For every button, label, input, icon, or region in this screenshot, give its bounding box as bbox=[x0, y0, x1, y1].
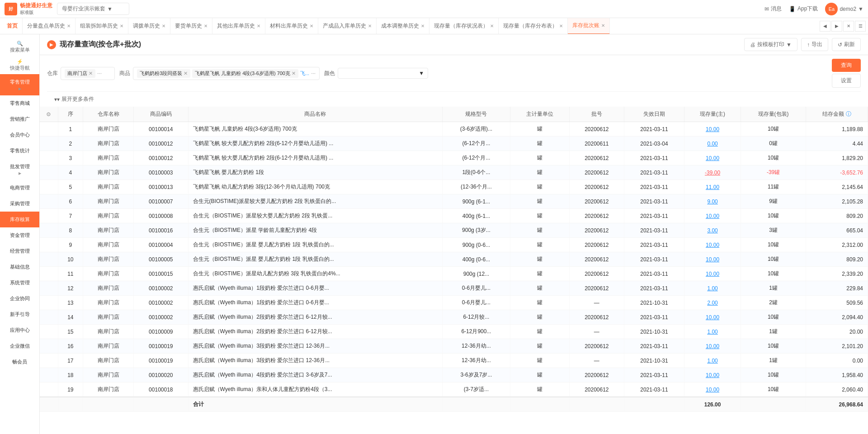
sidebar-item-member2[interactable]: 畅会员 bbox=[0, 354, 39, 370]
sidebar-item-wechat[interactable]: 企业微信 bbox=[0, 338, 39, 354]
close-tab-split[interactable]: ✕ bbox=[67, 24, 71, 28]
tab-prev-btn[interactable]: ◀ bbox=[820, 21, 830, 32]
close-tab-material-out[interactable]: ✕ bbox=[310, 24, 313, 28]
row-check[interactable] bbox=[40, 252, 58, 267]
sidebar-item-system[interactable]: 系统管理 bbox=[0, 275, 39, 291]
row-qty-main[interactable]: 10.00 bbox=[684, 339, 741, 354]
row-qty-main[interactable]: 10.00 bbox=[684, 267, 741, 281]
row-check[interactable] bbox=[40, 267, 58, 281]
tab-transfer[interactable]: 调拨单历史 ✕ bbox=[128, 18, 170, 34]
row-qty-main[interactable]: 10.00 bbox=[684, 151, 741, 165]
row-check[interactable] bbox=[40, 122, 58, 137]
row-check[interactable] bbox=[40, 368, 58, 382]
sidebar-item-marketing[interactable]: 营销推广 bbox=[0, 111, 39, 127]
row-qty-main[interactable]: 0.00 bbox=[684, 137, 741, 151]
print-btn[interactable]: 🖨 按模板打印 ▼ bbox=[744, 38, 797, 51]
product-1-remove-icon[interactable]: ✕ bbox=[184, 71, 188, 76]
row-check[interactable] bbox=[40, 194, 58, 209]
close-tab-transfer[interactable]: ✕ bbox=[162, 24, 165, 28]
sidebar-item-retail-stat[interactable]: 零售统计 bbox=[0, 143, 39, 159]
sidebar-item-wholesale[interactable]: 批发管理 ▶ bbox=[0, 159, 39, 180]
row-qty-main[interactable]: -39.00 bbox=[684, 165, 741, 180]
row-check[interactable] bbox=[40, 325, 58, 339]
col-header-gear[interactable]: ⚙ bbox=[40, 107, 58, 122]
close-tab-require[interactable]: ✕ bbox=[204, 24, 208, 28]
row-qty-main[interactable]: 1.00 bbox=[684, 281, 741, 296]
balance-info-icon[interactable]: ⓘ bbox=[846, 111, 851, 117]
row-check[interactable] bbox=[40, 339, 58, 354]
sidebar-search[interactable]: 🔍 搜索菜单 bbox=[0, 38, 39, 56]
row-qty-main[interactable]: 10.00 bbox=[684, 252, 741, 267]
tab-inventory-status[interactable]: 现存量（库存状况表） ✕ bbox=[429, 18, 499, 34]
row-check[interactable] bbox=[40, 223, 58, 238]
row-qty-main[interactable]: 10.00 bbox=[684, 209, 741, 223]
close-tab-inventory-dist[interactable]: ✕ bbox=[559, 24, 563, 28]
row-check[interactable] bbox=[40, 165, 58, 180]
app-download-btn[interactable]: 📱 App下载 bbox=[789, 5, 818, 13]
sidebar-item-member[interactable]: 会员中心 bbox=[0, 127, 39, 143]
row-qty-main[interactable]: 2.00 bbox=[684, 296, 741, 310]
warehouse-remove-icon[interactable]: ✕ bbox=[89, 71, 93, 76]
tab-other-out[interactable]: 其他出库单历史 ✕ bbox=[212, 18, 265, 34]
org-selector[interactable]: 母婴行业演示账套 ▼ bbox=[57, 3, 129, 15]
row-qty-main[interactable]: 10.00 bbox=[684, 368, 741, 382]
close-tab-other-out[interactable]: ✕ bbox=[257, 24, 260, 28]
close-tab-cost-adjust[interactable]: ✕ bbox=[421, 24, 425, 28]
export-btn[interactable]: ↑ 导出 bbox=[801, 38, 828, 51]
query-btn[interactable]: 查询 bbox=[832, 59, 861, 72]
sidebar-item-purchase[interactable]: 采购管理 bbox=[0, 196, 39, 212]
refresh-btn[interactable]: ↺ 刷新 bbox=[832, 38, 861, 51]
sidebar-item-basic[interactable]: 基础信息 bbox=[0, 259, 39, 275]
tab-cost-adjust[interactable]: 成本调整单历史 ✕ bbox=[377, 18, 429, 34]
tab-disassemble[interactable]: 组装拆卸单历史 ✕ bbox=[75, 18, 128, 34]
row-qty-main[interactable]: 10.00 bbox=[684, 310, 741, 325]
user-info[interactable]: Ea demo2 ▼ bbox=[825, 3, 863, 15]
row-check[interactable] bbox=[40, 209, 58, 223]
tab-product-in[interactable]: 产成品入库单历史 ✕ bbox=[318, 18, 377, 34]
sidebar-quick-nav[interactable]: ⚡ 快捷导航 bbox=[0, 56, 39, 74]
row-check[interactable] bbox=[40, 310, 58, 325]
sidebar-item-guide[interactable]: 新手引导 bbox=[0, 307, 39, 322]
row-qty-main[interactable]: 9.00 bbox=[684, 194, 741, 209]
close-tab-inventory-status[interactable]: ✕ bbox=[490, 24, 494, 28]
row-check[interactable] bbox=[40, 238, 58, 252]
tab-next-btn[interactable]: ▶ bbox=[831, 21, 842, 32]
close-tab-disassemble[interactable]: ✕ bbox=[120, 24, 123, 28]
tab-close-btn[interactable]: ✕ bbox=[843, 21, 854, 32]
settings-btn[interactable]: 设置 bbox=[832, 74, 861, 88]
row-check[interactable] bbox=[40, 296, 58, 310]
warehouse-more-icon[interactable]: ··· bbox=[97, 70, 102, 76]
close-tab-product-in[interactable]: ✕ bbox=[368, 24, 372, 28]
row-qty-main[interactable]: 1.00 bbox=[684, 325, 741, 339]
tab-batch-account[interactable]: 库存批次账 ✕ bbox=[568, 18, 610, 34]
tab-require[interactable]: 要货单历史 ✕ bbox=[170, 18, 212, 34]
sidebar-item-ecommerce[interactable]: 电商管理 bbox=[0, 180, 39, 196]
warehouse-input[interactable]: 南岸门店 ✕ ··· bbox=[61, 67, 115, 80]
tab-menu-btn[interactable]: ☰ bbox=[855, 21, 866, 32]
color-input[interactable]: ▼ bbox=[338, 68, 428, 79]
row-check[interactable] bbox=[40, 180, 58, 194]
tab-material-out[interactable]: 材料出库单历史 ✕ bbox=[265, 18, 318, 34]
expand-filter-btn[interactable]: ▶ bbox=[47, 40, 56, 49]
tab-split[interactable]: 分量盘点单历史 ✕ bbox=[23, 18, 75, 34]
product-2-remove-icon[interactable]: ✕ bbox=[292, 71, 296, 76]
row-check[interactable] bbox=[40, 354, 58, 368]
expand-more-btn[interactable]: ▾▾ 展开更多条件 bbox=[49, 94, 859, 105]
row-qty-main[interactable]: 10.00 bbox=[684, 382, 741, 397]
sidebar-item-finance[interactable]: 资金管理 bbox=[0, 227, 39, 243]
row-qty-main[interactable]: 3.00 bbox=[684, 223, 741, 238]
row-check[interactable] bbox=[40, 151, 58, 165]
sidebar-item-operation[interactable]: 经营管理 bbox=[0, 243, 39, 259]
close-tab-batch-account[interactable]: ✕ bbox=[601, 23, 605, 28]
tab-home[interactable]: 首页 bbox=[2, 18, 23, 34]
row-qty-main[interactable]: 10.00 bbox=[684, 122, 741, 137]
sidebar-item-app-center[interactable]: 应用中心 bbox=[0, 322, 39, 338]
message-btn[interactable]: ✉ 消息 bbox=[764, 5, 782, 13]
sidebar-item-retail-shop[interactable]: 零售商城 bbox=[0, 95, 39, 111]
sidebar-item-inventory[interactable]: 库存核算 bbox=[0, 212, 39, 227]
product-more-icon[interactable]: ··· bbox=[311, 70, 316, 76]
sidebar-item-retail[interactable]: 零售管理 ▶ bbox=[0, 74, 39, 95]
row-check[interactable] bbox=[40, 382, 58, 397]
row-qty-main[interactable]: 1.00 bbox=[684, 354, 741, 368]
row-qty-main[interactable]: 11.00 bbox=[684, 180, 741, 194]
